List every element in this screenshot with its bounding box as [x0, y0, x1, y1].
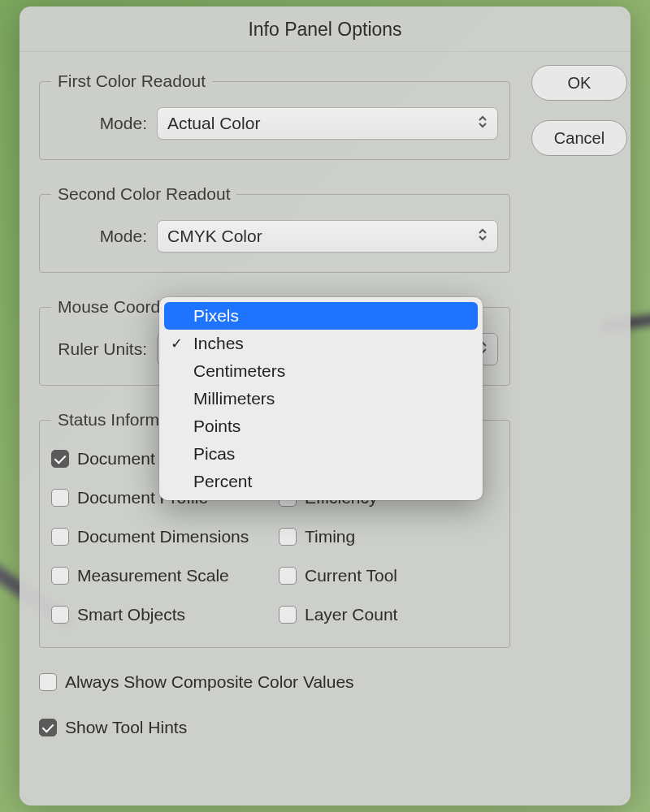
checkbox-box [51, 606, 69, 624]
checkbox-measurement-scale[interactable]: Measurement Scale [51, 566, 271, 585]
ruler-units-option-percent[interactable]: Percent [159, 468, 483, 495]
second-color-readout-legend: Second Color Readout [51, 184, 236, 204]
chevron-updown-icon [478, 227, 488, 246]
dialog-title: Info Panel Options [20, 6, 630, 52]
ruler-units-option-points[interactable]: Points [159, 412, 483, 440]
checkbox-label: Show Tool Hints [65, 718, 187, 737]
checkbox-box [51, 489, 69, 507]
first-color-readout-group: First Color Readout Mode: Actual Color [39, 71, 510, 160]
checkbox-box [279, 528, 297, 546]
checkbox-current-tool[interactable]: Current Tool [279, 566, 498, 585]
checkbox-document-dimensions[interactable]: Document Dimensions [51, 527, 271, 546]
checkbox-smart-objects[interactable]: Smart Objects [51, 605, 271, 624]
checkbox-label: Document Dimensions [77, 527, 249, 546]
checkbox-box [39, 719, 57, 736]
checkbox-label: Timing [305, 527, 355, 546]
option-label: Picas [193, 444, 235, 464]
checkbox-box [51, 528, 69, 546]
second-color-readout-group: Second Color Readout Mode: CMYK Color [39, 184, 510, 273]
option-label: Millimeters [193, 389, 275, 408]
checkbox-box [39, 673, 57, 691]
first-color-readout-legend: First Color Readout [51, 71, 212, 91]
checkbox-show-tool-hints[interactable]: Show Tool Hints [39, 718, 510, 737]
ok-button[interactable]: OK [531, 65, 627, 101]
checkbox-box [279, 567, 297, 585]
ruler-units-label: Ruler Units: [51, 339, 157, 359]
checkbox-label: Always Show Composite Color Values [65, 672, 354, 692]
option-label: Pixels [193, 306, 239, 326]
option-label: Points [193, 417, 240, 436]
option-label: Percent [193, 472, 252, 491]
cancel-button[interactable]: Cancel [531, 120, 627, 156]
option-label: Centimeters [193, 361, 285, 381]
second-mode-select[interactable]: CMYK Color [157, 220, 498, 253]
second-mode-value: CMYK Color [167, 227, 262, 246]
checkbox-box [51, 450, 69, 468]
first-mode-label: Mode: [51, 114, 157, 133]
checkbox-timing[interactable]: Timing [279, 527, 498, 546]
checkbox-box [51, 567, 69, 585]
check-icon: ✓ [171, 335, 183, 352]
checkbox-label: Smart Objects [77, 605, 185, 624]
option-label: Inches [193, 334, 244, 353]
chevron-updown-icon [478, 114, 488, 133]
first-mode-value: Actual Color [167, 114, 260, 133]
checkbox-layer-count[interactable]: Layer Count [279, 605, 498, 624]
ruler-units-option-inches[interactable]: ✓ Inches [159, 330, 483, 357]
ruler-units-option-picas[interactable]: Picas [159, 440, 483, 468]
checkbox-label: Measurement Scale [77, 566, 229, 585]
ruler-units-popup: Pixels ✓ Inches Centimeters Millimeters … [159, 297, 483, 500]
second-mode-label: Mode: [51, 227, 157, 246]
checkbox-box [279, 606, 297, 624]
first-mode-select[interactable]: Actual Color [157, 107, 498, 140]
checkbox-always-show-composite[interactable]: Always Show Composite Color Values [39, 672, 510, 692]
ruler-units-option-centimeters[interactable]: Centimeters [159, 357, 483, 385]
ruler-units-option-millimeters[interactable]: Millimeters [159, 385, 483, 412]
ruler-units-option-pixels[interactable]: Pixels [164, 302, 478, 330]
info-panel-options-dialog: Info Panel Options OK Cancel First Color… [20, 6, 630, 806]
checkbox-label: Layer Count [305, 605, 397, 624]
checkbox-label: Current Tool [305, 566, 397, 585]
